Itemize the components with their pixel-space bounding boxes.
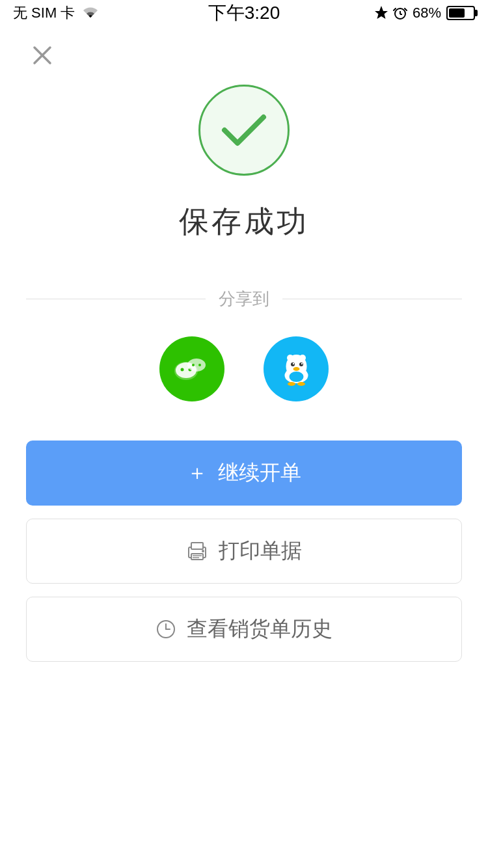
history-button[interactable]: 查看销货单历史 — [26, 597, 462, 662]
svg-rect-27 — [191, 543, 203, 549]
continue-plus-icon: ＋ — [187, 459, 208, 487]
share-label: 分享到 — [219, 288, 269, 310]
svg-point-7 — [181, 368, 184, 372]
divider-left — [26, 299, 206, 299]
share-section: 分享到 — [26, 288, 462, 401]
status-right: 68% — [375, 5, 475, 21]
wechat-icon — [173, 353, 211, 385]
wechat-share-button[interactable] — [159, 336, 224, 401]
svg-point-17 — [291, 362, 295, 366]
print-button[interactable]: 打印单据 — [26, 519, 462, 584]
success-area: 保存成功 — [26, 85, 462, 242]
svg-point-29 — [202, 550, 204, 552]
wifi-icon — [81, 6, 100, 20]
print-icon — [186, 541, 208, 562]
carrier-text: 无 SIM 卡 — [13, 3, 75, 23]
svg-point-22 — [288, 382, 295, 386]
svg-point-20 — [301, 363, 302, 364]
print-label: 打印单据 — [219, 537, 302, 565]
history-label: 查看销货单历史 — [187, 615, 332, 644]
main-content: 保存成功 分享到 — [0, 26, 488, 868]
alarm-icon — [393, 6, 407, 20]
battery-icon — [446, 6, 475, 20]
qq-icon — [278, 349, 314, 388]
history-icon — [156, 619, 176, 640]
share-icons — [26, 336, 462, 401]
success-circle — [198, 85, 290, 176]
svg-point-9 — [187, 359, 206, 372]
battery-percent: 68% — [413, 5, 441, 21]
close-button[interactable] — [26, 39, 59, 72]
action-buttons: ＋ 继续开单 打印单据 查看销货单历史 — [26, 441, 462, 662]
close-icon — [31, 44, 54, 67]
status-time: 下午3:20 — [208, 1, 280, 25]
continue-button[interactable]: ＋ 继续开单 — [26, 441, 462, 506]
divider-right — [282, 299, 462, 299]
success-title: 保存成功 — [179, 202, 309, 242]
checkmark-icon — [221, 112, 267, 148]
svg-rect-28 — [191, 554, 203, 560]
continue-label: 继续开单 — [218, 459, 301, 487]
svg-point-11 — [198, 364, 201, 366]
qq-share-button[interactable] — [264, 336, 329, 401]
share-divider: 分享到 — [26, 288, 462, 310]
svg-point-23 — [297, 382, 305, 386]
svg-point-10 — [192, 364, 195, 366]
status-bar: 无 SIM 卡 下午3:20 68% — [0, 0, 488, 26]
svg-point-25 — [299, 355, 306, 361]
location-icon — [375, 6, 388, 20]
svg-point-14 — [289, 372, 303, 382]
battery-fill — [449, 8, 465, 18]
svg-point-21 — [293, 367, 299, 371]
status-left: 无 SIM 卡 — [13, 3, 100, 23]
svg-point-24 — [287, 355, 293, 361]
svg-point-19 — [292, 363, 293, 364]
svg-point-18 — [299, 362, 303, 366]
